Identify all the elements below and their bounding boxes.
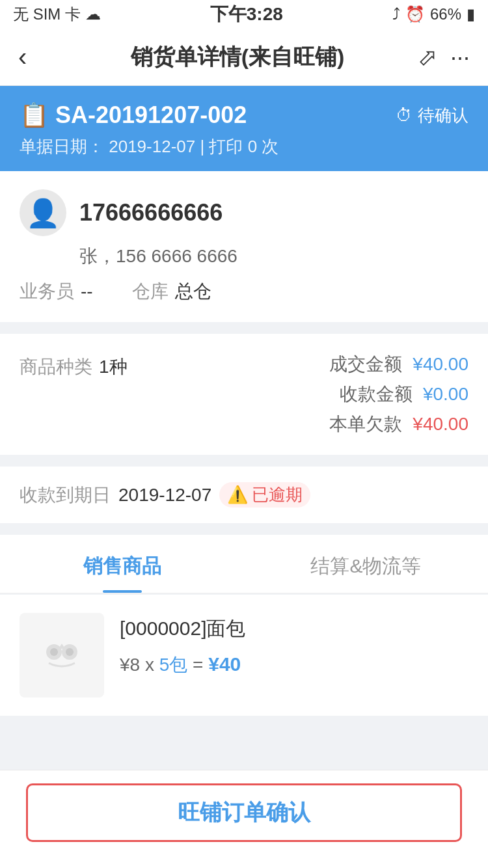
svg-marker-4	[59, 644, 65, 649]
print-suffix: 次	[262, 137, 278, 156]
nav-actions: ⬀ ···	[418, 44, 470, 71]
tab-sales-goods[interactable]: 销售商品	[0, 535, 244, 593]
back-button[interactable]: ‹	[18, 42, 57, 72]
status-time: 下午3:28	[210, 2, 283, 27]
nav-bar: ‹ 销货单详情(来自旺铺) ⬀ ···	[0, 29, 488, 86]
staff-label: 业务员	[20, 279, 74, 304]
battery-icon: ▮	[467, 5, 475, 23]
tabs-row: 销售商品 结算&物流等	[0, 535, 488, 593]
battery-label: 66%	[430, 5, 461, 23]
overdue-badge: ⚠️ 已逾期	[219, 482, 310, 508]
product-section: [0000002]面包 ¥8 x 5包 = ¥40	[0, 595, 488, 716]
order-id: 📋 SA-20191207-002	[20, 102, 247, 129]
bottom-bar: 旺铺订单确认	[0, 770, 488, 868]
product-type-label: 商品种类	[20, 355, 92, 379]
svg-point-3	[66, 648, 74, 656]
due-label: 收款到期日	[20, 483, 111, 508]
product-total: ¥40	[208, 653, 241, 675]
warehouse-value: 总仓	[175, 279, 211, 304]
warehouse-info: 仓库 总仓	[132, 279, 211, 304]
transaction-label: 成交金额	[329, 352, 402, 377]
received-label: 收款金额	[340, 382, 413, 407]
date-label: 单据日期：	[20, 137, 104, 156]
customer-meta: 业务员 -- 仓库 总仓	[20, 279, 468, 304]
transaction-amount: 成交金额 ¥40.00	[329, 352, 468, 377]
warehouse-label: 仓库	[132, 279, 169, 304]
alarm-icon: ⏰	[405, 5, 425, 23]
product-quantity: 5包	[159, 655, 188, 675]
avatar: 👤	[20, 189, 66, 236]
order-status: ⏱ 待确认	[396, 104, 468, 127]
owed-value: ¥40.00	[413, 414, 468, 435]
received-value: ¥0.00	[423, 384, 468, 405]
print-count: 0	[248, 137, 257, 156]
owed-label: 本单欠款	[329, 412, 402, 437]
customer-name: 张，156 6666 6666	[20, 244, 468, 269]
customer-phone: 17666666666	[79, 199, 223, 226]
status-right: ⤴ ⏰ 66% ▮	[392, 5, 475, 23]
product-item: [0000002]面包 ¥8 x 5包 = ¥40	[20, 613, 468, 698]
date-value: 2019-12-07	[109, 137, 195, 156]
staff-value: --	[81, 281, 93, 302]
divider-3	[0, 524, 488, 535]
confirm-order-button[interactable]: 旺铺订单确认	[26, 783, 462, 842]
product-logo-icon	[36, 636, 88, 675]
print-label: | 打印	[200, 137, 247, 156]
product-info: [0000002]面包 ¥8 x 5包 = ¥40	[120, 613, 468, 677]
owed-amount: 本单欠款 ¥40.00	[329, 412, 468, 437]
order-id-text: SA-20191207-002	[55, 102, 247, 129]
product-thumbnail	[20, 613, 104, 698]
tabs-section: 销售商品 结算&物流等	[0, 535, 488, 593]
order-date: 单据日期： 2019-12-07 | 打印 0 次	[20, 135, 468, 158]
order-header: 📋 SA-20191207-002 ⏱ 待确认 单据日期： 2019-12-07…	[0, 86, 488, 171]
summary-section: 商品种类 1种 成交金额 ¥40.00 收款金额 ¥0.00 本单欠款 ¥40.…	[0, 334, 488, 455]
due-date-section: 收款到期日 2019-12-07 ⚠️ 已逾期	[0, 467, 488, 523]
due-date-value: 2019-12-07	[118, 485, 211, 506]
status-left: 无 SIM 卡 ☁	[13, 4, 101, 25]
location-icon: ⤴	[392, 5, 400, 23]
page-title: 销货单详情(来自旺铺)	[131, 42, 345, 72]
product-price-row: ¥8 x 5包 = ¥40	[120, 653, 468, 677]
product-type: 商品种类 1种	[20, 352, 128, 379]
divider-1	[0, 323, 488, 334]
staff-info: 业务员 --	[20, 279, 93, 304]
overdue-text: 已逾期	[252, 483, 303, 506]
transaction-value: ¥40.00	[413, 354, 468, 375]
share-icon[interactable]: ⬀	[418, 44, 437, 71]
received-amount: 收款金额 ¥0.00	[340, 382, 468, 407]
status-bar: 无 SIM 卡 ☁ 下午3:28 ⤴ ⏰ 66% ▮	[0, 0, 488, 29]
divider-2	[0, 456, 488, 467]
sim-label: 无 SIM 卡 ☁	[13, 4, 101, 25]
amounts: 成交金额 ¥40.00 收款金额 ¥0.00 本单欠款 ¥40.00	[329, 352, 468, 437]
product-type-value: 1种	[99, 355, 128, 379]
customer-section: 👤 17666666666 张，156 6666 6666 业务员 -- 仓库 …	[0, 171, 488, 322]
tab-settlement[interactable]: 结算&物流等	[244, 535, 488, 593]
svg-point-2	[50, 648, 58, 656]
status-text: 待确认	[418, 104, 468, 127]
status-clock-icon: ⏱	[396, 105, 413, 126]
order-icon: 📋	[20, 102, 49, 129]
avatar-icon: 👤	[26, 197, 60, 229]
more-icon[interactable]: ···	[450, 44, 470, 71]
overdue-icon: ⚠️	[227, 485, 248, 505]
product-name: [0000002]面包	[120, 616, 468, 642]
product-equals: =	[193, 655, 208, 675]
product-unit-price: ¥8 x	[120, 655, 159, 675]
